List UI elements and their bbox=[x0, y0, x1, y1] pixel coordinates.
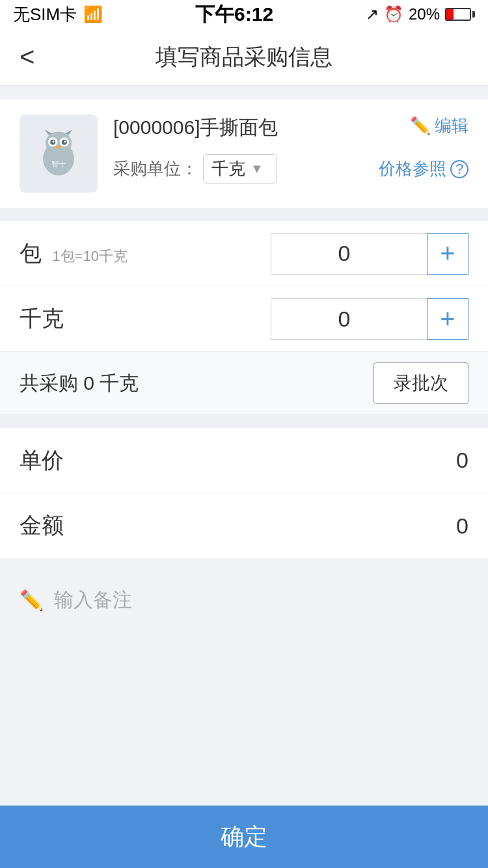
battery-icon bbox=[445, 8, 475, 21]
product-name-row: [0000006]手撕面包 ✏️ 编辑 bbox=[113, 115, 468, 141]
quantity-input-section: 包 1包=10千克 + 千克 + bbox=[0, 221, 488, 351]
battery-percent: 20% bbox=[409, 5, 440, 23]
status-time: 下午6:12 bbox=[195, 1, 273, 28]
unit-select[interactable]: 千克 ▼ bbox=[203, 154, 277, 183]
section-divider-1 bbox=[0, 208, 488, 221]
unit-price-row: 单价 0 bbox=[0, 428, 488, 493]
unit-label: 采购单位： bbox=[113, 157, 198, 180]
bao-quantity-input[interactable] bbox=[271, 233, 427, 275]
price-reference-button[interactable]: 价格参照 ? bbox=[379, 157, 468, 180]
edit-button[interactable]: ✏️ 编辑 bbox=[410, 115, 468, 137]
kg-quantity-input[interactable] bbox=[271, 298, 427, 340]
bao-plus-button[interactable]: + bbox=[427, 233, 468, 275]
nav-bar: < 填写商品采购信息 bbox=[0, 29, 488, 86]
wifi-icon: 📶 bbox=[83, 5, 103, 23]
bao-sub-label: 1包=10千克 bbox=[52, 248, 128, 264]
kg-label: 千克 bbox=[20, 306, 64, 331]
summary-section: 共采购 0 千克 录批次 bbox=[0, 351, 488, 415]
status-left: 无SIM卡 📶 bbox=[13, 3, 103, 26]
bao-label-group: 包 1包=10千克 bbox=[20, 239, 271, 269]
kg-input-control: + bbox=[271, 298, 468, 340]
unit-price-value: 0 bbox=[456, 448, 468, 473]
status-bar: 无SIM卡 📶 下午6:12 ↗ ⏰ 20% bbox=[0, 0, 488, 29]
bao-input-control: + bbox=[271, 233, 468, 275]
product-info: [0000006]手撕面包 ✏️ 编辑 采购单位： 千克 ▼ 价格参照 ? bbox=[113, 115, 468, 183]
summary-text: 共采购 0 千克 bbox=[20, 370, 139, 397]
edit-icon: ✏️ bbox=[410, 116, 431, 136]
summary-row: 共采购 0 千克 录批次 bbox=[0, 352, 488, 414]
bao-label: 包 bbox=[20, 241, 42, 265]
page-title: 填写商品采购信息 bbox=[156, 42, 332, 72]
amount-row: 金额 0 bbox=[0, 493, 488, 558]
amount-label: 金额 bbox=[20, 511, 64, 541]
product-name: [0000006]手撕面包 bbox=[113, 115, 278, 141]
chevron-down-icon: ▼ bbox=[251, 161, 264, 176]
alarm-icon: ⏰ bbox=[384, 5, 403, 23]
confirm-button[interactable]: 确定 bbox=[0, 806, 488, 868]
svg-point-9 bbox=[64, 141, 66, 142]
product-unit-row: 采购单位： 千克 ▼ 价格参照 ? bbox=[113, 154, 468, 183]
info-icon: ? bbox=[450, 160, 468, 178]
status-right: ↗ ⏰ 20% bbox=[366, 5, 475, 23]
product-image: 智十 bbox=[20, 115, 98, 193]
amount-value: 0 bbox=[456, 513, 468, 539]
location-icon: ↗ bbox=[366, 5, 379, 23]
section-divider-2 bbox=[0, 415, 488, 428]
svg-text:智十: 智十 bbox=[51, 160, 66, 168]
back-button[interactable]: < bbox=[20, 42, 59, 72]
kg-input-row: 千克 + bbox=[0, 286, 488, 351]
pencil-icon: ✏️ bbox=[20, 589, 44, 612]
svg-point-8 bbox=[52, 141, 54, 142]
unit-price-label: 单价 bbox=[20, 446, 64, 476]
carrier-text: 无SIM卡 bbox=[13, 3, 77, 26]
kg-label-group: 千克 bbox=[20, 304, 271, 334]
product-card: 智十 [0000006]手撕面包 ✏️ 编辑 采购单位： 千克 ▼ 价格参照 bbox=[0, 99, 488, 208]
bao-input-row: 包 1包=10千克 + bbox=[0, 221, 488, 286]
svg-marker-3 bbox=[65, 129, 72, 135]
notes-placeholder: 输入备注 bbox=[54, 587, 132, 614]
kg-plus-button[interactable]: + bbox=[427, 298, 468, 340]
price-section: 单价 0 金额 0 bbox=[0, 428, 488, 558]
svg-marker-2 bbox=[45, 129, 52, 135]
batch-button[interactable]: 录批次 bbox=[373, 362, 468, 404]
notes-section[interactable]: ✏️ 输入备注 bbox=[0, 571, 488, 629]
